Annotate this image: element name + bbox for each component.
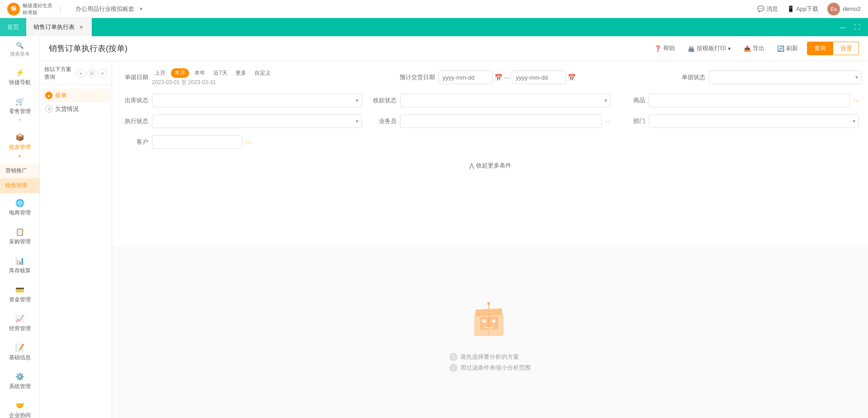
filter-field-delivery-status: 出库状态 [121, 94, 362, 107]
template-print-button[interactable]: 🖨️ 按模板打印 ▾ [684, 43, 735, 54]
add-scheme-button[interactable]: + [76, 69, 85, 78]
wholesale-icon: 📦 [15, 133, 24, 142]
submenu-item-marketing[interactable]: 营销推广 [0, 163, 39, 178]
salesperson-input[interactable] [400, 114, 602, 128]
tab-home[interactable]: 首页 [0, 18, 26, 36]
filter-field-expected-date: 预计交货日期 📅 — 📅 [400, 71, 671, 84]
quick-date-more[interactable]: 更多 [233, 68, 249, 78]
expected-date-from-input[interactable] [439, 71, 493, 84]
refresh-button[interactable]: 🔄 刷新 [774, 43, 802, 54]
nav-minimize-icon[interactable]: — [837, 22, 848, 33]
delivery-status-select[interactable] [152, 94, 362, 107]
empty-box-svg [467, 298, 513, 343]
query-button[interactable]: 查询 [807, 42, 833, 55]
print-icon: 🖨️ [688, 45, 695, 52]
sidebar: 🔍 搜索菜单 ⚡ 快捷导航 🛒 零售管理 ▾ 📦 批发管理 ▴ 营销推广 销售管… [0, 36, 40, 418]
sidebar-item-inventory[interactable]: 📊 库存核算 [0, 251, 39, 280]
sidebar-item-ecommerce[interactable]: 🌐 电商管理 [0, 193, 39, 222]
collection-status-label: 收款状态 [369, 96, 396, 104]
sidebar-item-wholesale[interactable]: 📦 批发管理 ▴ [0, 128, 39, 163]
quick-date-7days[interactable]: 近7天 [211, 68, 230, 78]
hint-num-2: 2 [449, 364, 458, 372]
finance-icon: 💳 [15, 285, 24, 294]
scheme-item-按单[interactable]: ● 按单 [42, 89, 110, 102]
customer-input[interactable] [152, 135, 242, 149]
sidebar-item-quick-nav[interactable]: ⚡ 快捷导航 [0, 63, 39, 92]
dept-select[interactable] [649, 114, 859, 128]
svg-rect-3 [480, 317, 498, 329]
message-icon: 💬 [757, 5, 764, 12]
product-input[interactable] [649, 94, 850, 107]
top-bar-title-dropdown-icon[interactable]: ▾ [140, 5, 143, 12]
sidebar-item-purchase[interactable]: 📋 采购管理 [0, 222, 39, 251]
date-to-cal-icon[interactable]: 📅 [568, 74, 576, 81]
empty-hint-2: 2 用过滤条件来缩小分析范围 [449, 364, 531, 372]
refresh-icon: 🔄 [777, 45, 784, 52]
collection-status-select[interactable] [400, 94, 610, 107]
sidebar-item-enterprise[interactable]: 🤝 企业协同 [0, 396, 39, 418]
message-action[interactable]: 💬 消息 [757, 5, 778, 13]
print-dropdown-icon[interactable]: ▾ [728, 45, 731, 52]
help-button[interactable]: ❓ 帮助 [651, 43, 679, 54]
sidebar-item-search[interactable]: 🔍 搜索菜单 [0, 36, 39, 63]
enterprise-icon: 🤝 [15, 401, 24, 410]
ecommerce-icon: 🌐 [15, 199, 24, 207]
customer-more-icon[interactable]: ··· [246, 138, 251, 146]
exec-status-select[interactable] [152, 114, 362, 128]
svg-point-4 [482, 319, 486, 323]
sidebar-item-finance[interactable]: 💳 资金管理 [0, 280, 39, 309]
exec-status-label: 执行状态 [121, 117, 148, 125]
nav-maximize-icon[interactable]: ⛶ [852, 22, 863, 33]
app-download-icon: 📱 [787, 5, 794, 12]
collection-status-select-wrapper [400, 94, 610, 107]
logo-text: 畅捷通好生意 标准版 [23, 2, 52, 15]
svg-point-7 [487, 302, 490, 305]
quick-date-this-year[interactable]: 本年 [192, 68, 208, 78]
product-more-icon[interactable]: ··· [854, 97, 859, 104]
retail-arrow-icon: ▾ [19, 117, 21, 122]
sidebar-item-basic[interactable]: 📝 基础信息 [0, 338, 39, 367]
page-title: 销售订单执行表(按单) [49, 43, 127, 54]
filter-field-dept: 部门 [618, 114, 859, 128]
main-layout: 🔍 搜索菜单 ⚡ 快捷导航 🛒 零售管理 ▾ 📦 批发管理 ▴ 营销推广 销售管… [0, 36, 868, 418]
empty-hint-1: 1 请先选择要分析的方案 [449, 353, 531, 361]
basic-icon: 📝 [15, 343, 24, 352]
filter-row-2: 出库状态 收款状态 [121, 94, 859, 107]
doc-status-select[interactable] [709, 71, 862, 84]
sales-order-exec-tab-label: 销售订单执行表 [33, 23, 75, 31]
purchase-icon: 📋 [15, 228, 24, 236]
user-avatar: Ea [827, 3, 840, 15]
export-icon: 📤 [744, 45, 751, 52]
collapse-filter-arrow-icon: ⋀ [469, 162, 474, 169]
delivery-status-label: 出库状态 [121, 96, 148, 104]
filter-field-collection-status: 收款状态 [369, 94, 610, 107]
date-from-cal-icon[interactable]: 📅 [495, 74, 502, 81]
scheme-settings-button[interactable]: ⊙ [87, 69, 96, 78]
left-panel-title: 按以下方案查询 [44, 66, 76, 81]
sidebar-item-system[interactable]: ⚙️ 系统管理 [0, 367, 39, 396]
doc-status-label: 单据状态 [678, 73, 705, 81]
app-download-action[interactable]: 📱 App下载 [787, 5, 818, 13]
submenu-item-sales[interactable]: 销售管理 [0, 178, 39, 193]
nav-tabs: 首页 销售订单执行表 ✕ — ⛶ [0, 18, 868, 36]
quick-date-last-month[interactable]: 上月 [152, 68, 168, 78]
quick-date-this-month[interactable]: 本月 [171, 68, 189, 78]
settings-button[interactable]: 设置 [834, 42, 859, 55]
export-button[interactable]: 📤 导出 [740, 43, 768, 54]
collapse-filter-button[interactable]: ⋀ 收起更多条件 [469, 162, 511, 170]
salesperson-more-icon[interactable]: ··· [605, 118, 611, 125]
operations-icon: 📈 [15, 314, 24, 323]
expected-date-to-input[interactable] [512, 71, 566, 84]
scheme-info-icon: ℹ [45, 105, 52, 113]
user-menu[interactable]: Ea demo2 [827, 3, 861, 15]
scheme-item-欠货情况[interactable]: ℹ 欠货情况 [42, 102, 110, 116]
sidebar-item-operations[interactable]: 📈 经营管理 [0, 309, 39, 338]
dept-select-wrapper [649, 114, 859, 128]
query-button-group: 查询 设置 [807, 42, 859, 55]
tab-sales-order-exec[interactable]: 销售订单执行表 ✕ [26, 18, 92, 36]
collapse-left-panel-button[interactable]: « [98, 69, 107, 78]
quick-date-custom[interactable]: 自定义 [252, 68, 274, 78]
tab-close-icon[interactable]: ✕ [77, 24, 85, 31]
sidebar-item-retail[interactable]: 🛒 零售管理 ▾ [0, 92, 39, 128]
top-bar-left: 畅 畅捷通好生意 标准版 | 办公用品行业模拟账套 ▾ [7, 2, 143, 15]
